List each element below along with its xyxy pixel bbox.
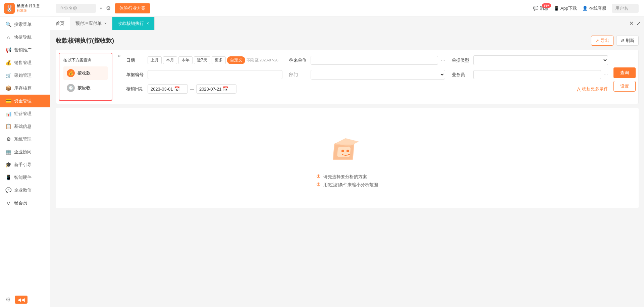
filter-dept-label: 部门 [289, 72, 308, 78]
sidebar-icon-5: 📦 [5, 85, 11, 91]
filter-collapse-icon[interactable]: » [115, 50, 121, 59]
sidebar-item-10[interactable]: 🏢企业协同 [0, 146, 50, 158]
writeoff-start-value: 2023-03-01 [151, 87, 173, 92]
query-button[interactable]: 查询 [613, 67, 636, 78]
sidebar-icon-13: 💬 [5, 187, 11, 193]
empty-state: ① 请先选择要分析的方案 ② 用[过滤]条件来缩小分析范围 [56, 108, 639, 208]
date-separator: — [190, 87, 194, 92]
collapse-more-button[interactable]: ⋀ 收起更多条件 [577, 85, 608, 93]
tab-close-window-button[interactable]: ✕ [629, 20, 634, 27]
topbar: 企业名称 ▾ ⚙ 体验行业方案 💬 消息 99+ 📱 App下载 👤 在线客服 … [50, 0, 644, 17]
sidebar-item-2[interactable]: 📢营销推广 [0, 44, 50, 56]
filter-billno-input[interactable] [148, 70, 282, 79]
sidebar-item-0[interactable]: 🔍搜索菜单 [0, 18, 50, 31]
sidebar-label-14: 畅会员 [14, 200, 27, 206]
sidebar-item-6[interactable]: 💳资金管理 [0, 95, 50, 107]
date-btn-this-year[interactable]: 本年 [178, 56, 193, 64]
filter-partner-input[interactable] [311, 56, 438, 65]
empty-desc-1: 请先选择要分析的方案 [323, 174, 367, 180]
sidebar-item-12[interactable]: 📱智能硬件 [0, 171, 50, 184]
filter-staff-more-icon[interactable]: ··· [604, 72, 608, 78]
tab-home-label: 首页 [56, 20, 64, 27]
topbar-message[interactable]: 💬 消息 99+ [533, 5, 548, 11]
sidebar-item-9[interactable]: ⚙系统管理 [0, 133, 50, 146]
sidebar-icon-6: 💳 [5, 98, 11, 104]
topbar-user[interactable]: 用户名 [612, 4, 639, 13]
date-btn-last-month[interactable]: 上月 [148, 56, 162, 64]
filter-actions: 查询 设置 [613, 50, 638, 104]
app-icon: 📱 [554, 6, 559, 11]
topbar-gear-icon[interactable]: ⚙ [106, 5, 111, 11]
sidebar-icon-0: 🔍 [5, 21, 11, 28]
industry-button[interactable]: 体验行业方案 [115, 3, 150, 13]
filter-row-1: 日期 上月 本月 本年 近7天 更多 自定义 不限 至 2023-07-26 往… [126, 55, 608, 65]
export-button[interactable]: ↗ 导出 [591, 36, 613, 46]
tab-writeoff[interactable]: 收款核销执行 × [112, 17, 155, 30]
filter-left: 按以下方案查询 💰 按收款 🕐 按应收 [59, 53, 112, 101]
setting-button[interactable]: 设置 [613, 81, 636, 92]
filter-partner-more-icon[interactable]: ··· [441, 57, 445, 63]
page-actions: ↗ 导出 ↺ 刷新 [591, 36, 639, 46]
sidebar-icon-9: ⚙ [5, 136, 11, 142]
sidebar-icon-7: 📊 [5, 111, 11, 117]
filter-option-by-receivable[interactable]: 🕐 按应收 [63, 81, 108, 95]
logo-icon: 🐰 [4, 3, 15, 14]
sidebar-icon-3: 💰 [5, 60, 11, 66]
sidebar-icon-8: 📋 [5, 123, 11, 130]
sidebar-item-14[interactable]: V畅会员 [0, 197, 50, 209]
settings-icon[interactable]: ⚙ [5, 296, 11, 303]
sidebar-item-3[interactable]: 💰销售管理 [0, 56, 50, 69]
content-area: 收款核销执行(按收款) ↗ 导出 ↺ 刷新 按以下方案查询 💰 [50, 30, 644, 307]
main-area: 企业名称 ▾ ⚙ 体验行业方案 💬 消息 99+ 📱 App下载 👤 在线客服 … [50, 0, 644, 307]
filter-billtype-select[interactable] [473, 55, 608, 65]
writeoff-end-input[interactable]: 2023-07-21 📅 [196, 84, 236, 94]
sidebar-item-7[interactable]: 📊经营管理 [0, 107, 50, 120]
collapse-more-area: ⋀ 收起更多条件 [577, 85, 608, 93]
filter-staff-label: 业务员 [452, 72, 471, 78]
filter-billno-field: 单据编号 [126, 70, 282, 79]
sidebar-bottom: ⚙ ◀◀ [0, 292, 50, 307]
tab-prepay[interactable]: 预付冲应付单 × [70, 17, 112, 30]
tab-prepay-close[interactable]: × [104, 21, 107, 26]
topbar-right: 💬 消息 99+ 📱 App下载 👤 在线客服 用户名 [533, 4, 639, 13]
sidebar-icon-2: 📢 [5, 47, 11, 53]
sidebar-item-4[interactable]: 🛒采购管理 [0, 69, 50, 82]
chevron-down-icon[interactable]: ▾ [100, 6, 102, 11]
filter-dept-select[interactable] [311, 70, 445, 80]
tab-prepay-label: 预付冲应付单 [75, 20, 102, 27]
empty-line-1: ① 请先选择要分析的方案 [316, 174, 378, 180]
refresh-label: 刷新 [626, 38, 634, 44]
empty-line-2: ② 用[过滤]条件来缩小分析范围 [316, 182, 378, 188]
svg-point-5 [346, 150, 349, 152]
tab-writeoff-close[interactable]: × [147, 21, 149, 26]
sidebar-label-10: 企业协同 [14, 149, 32, 155]
filter-staff-input[interactable] [473, 70, 601, 79]
filter-option-by-receipt[interactable]: 💰 按收款 [63, 66, 108, 80]
empty-svg [329, 130, 366, 167]
filter-date-buttons: 上月 本月 本年 近7天 更多 自定义 不限 至 2023-07-26 [148, 56, 278, 64]
export-icon: ↗ [595, 38, 599, 43]
date-btn-custom[interactable]: 自定义 [227, 56, 245, 64]
refresh-button[interactable]: ↺ 刷新 [616, 36, 639, 46]
sidebar-label-6: 资金管理 [14, 98, 32, 104]
sidebar-item-11[interactable]: 🎓新手引导 [0, 158, 50, 171]
sidebar-item-13[interactable]: 💬企业微信 [0, 184, 50, 197]
tab-expand-button[interactable]: ⤢ [636, 20, 641, 27]
date-btn-more[interactable]: 更多 [212, 56, 226, 64]
date-btn-this-month[interactable]: 本月 [163, 56, 177, 64]
sidebar-item-5[interactable]: 📦库存核算 [0, 82, 50, 95]
sidebar-item-8[interactable]: 📋基础信息 [0, 120, 50, 133]
collapse-sidebar-button[interactable]: ◀◀ [15, 296, 28, 304]
calendar-start-icon: 📅 [174, 86, 180, 92]
tab-home[interactable]: 首页 [50, 17, 70, 30]
topbar-app-download[interactable]: 📱 App下载 [554, 5, 577, 11]
date-sublabel: 不限 至 2023-07-26 [247, 58, 278, 63]
date-btn-7days[interactable]: 近7天 [194, 56, 210, 64]
writeoff-start-input[interactable]: 2023-03-01 📅 [148, 84, 188, 94]
filter-row-3: 核销日期 2023-03-01 📅 — 2023-07-21 📅 [126, 84, 608, 94]
sidebar-label-3: 销售管理 [14, 60, 32, 66]
tab-actions: ✕ ⤢ [626, 20, 644, 27]
sidebar-item-1[interactable]: ⌂快捷导航 [0, 31, 50, 44]
sidebar-label-0: 搜索菜单 [14, 21, 32, 28]
topbar-service[interactable]: 👤 在线客服 [582, 5, 606, 11]
